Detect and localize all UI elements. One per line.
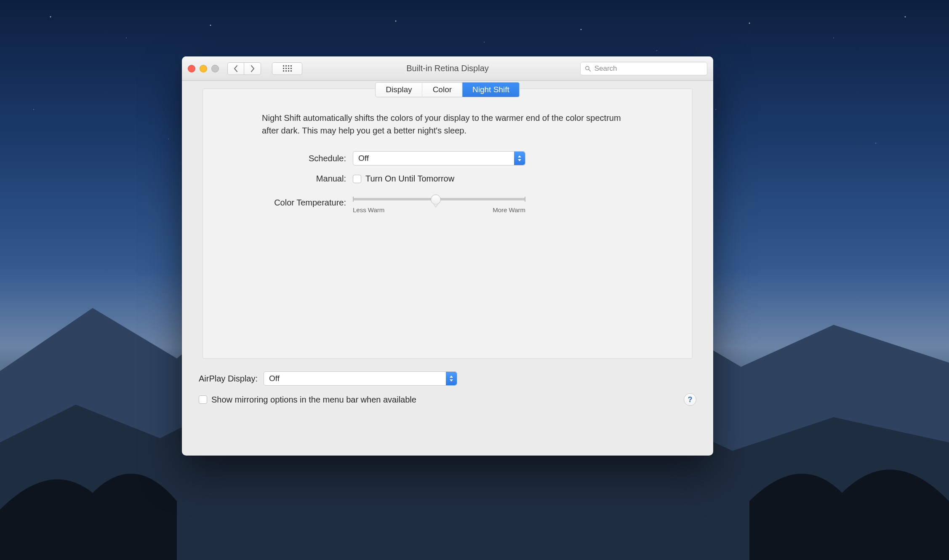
- schedule-label: Schedule:: [203, 154, 346, 163]
- select-stepper-icon: [446, 372, 457, 385]
- tab-color[interactable]: Color: [423, 83, 462, 97]
- footer: AirPlay Display: Off Show mirroring opti…: [189, 368, 706, 406]
- tab-bar: Display Color Night Shift: [375, 82, 520, 97]
- search-icon: [585, 65, 591, 72]
- mirroring-label: Show mirroring options in the menu bar w…: [211, 395, 416, 405]
- mirroring-checkbox[interactable]: [199, 395, 207, 404]
- window-body: Display Color Night Shift Night Shift au…: [182, 81, 713, 456]
- help-button[interactable]: ?: [684, 393, 696, 406]
- night-shift-description: Night Shift automatically shifts the col…: [203, 112, 692, 137]
- schedule-value: Off: [358, 154, 369, 163]
- manual-checkbox-label: Turn On Until Tomorrow: [365, 174, 454, 184]
- nav-buttons: [227, 62, 261, 75]
- airplay-value: Off: [269, 374, 280, 383]
- airplay-label: AirPlay Display:: [199, 374, 258, 384]
- preferences-window: Built-in Retina Display Display Color Ni…: [182, 56, 713, 456]
- back-button[interactable]: [227, 62, 244, 75]
- airplay-select[interactable]: Off: [264, 371, 457, 386]
- titlebar[interactable]: Built-in Retina Display: [182, 56, 713, 81]
- color-temperature-slider[interactable]: Less Warm More Warm: [353, 192, 525, 213]
- night-shift-form: Schedule: Off Manual: Turn On Until Tomo…: [203, 151, 692, 213]
- slider-thumb[interactable]: [431, 195, 441, 205]
- settings-card: Display Color Night Shift Night Shift au…: [203, 88, 693, 359]
- search-field[interactable]: [580, 62, 707, 75]
- zoom-button[interactable]: [211, 65, 219, 72]
- tab-night-shift[interactable]: Night Shift: [462, 83, 520, 97]
- desktop-background: Built-in Retina Display Display Color Ni…: [0, 0, 949, 560]
- schedule-select[interactable]: Off: [353, 151, 525, 165]
- show-all-button[interactable]: [272, 62, 302, 75]
- color-temperature-label: Color Temperature:: [203, 198, 346, 208]
- select-stepper-icon: [514, 152, 525, 165]
- slider-max-label: More Warm: [493, 206, 525, 213]
- manual-checkbox[interactable]: [353, 175, 361, 183]
- minimize-button[interactable]: [200, 65, 207, 72]
- manual-label: Manual:: [203, 174, 346, 184]
- grid-icon: [283, 65, 291, 72]
- search-input[interactable]: [594, 64, 703, 73]
- chevron-left-icon: [233, 65, 238, 72]
- slider-min-label: Less Warm: [353, 206, 384, 213]
- svg-line-1: [589, 69, 590, 71]
- close-button[interactable]: [188, 65, 195, 72]
- help-icon: ?: [688, 395, 693, 404]
- forward-button[interactable]: [244, 62, 261, 75]
- chevron-right-icon: [250, 65, 255, 72]
- window-controls: [188, 65, 219, 72]
- tab-display[interactable]: Display: [376, 83, 422, 97]
